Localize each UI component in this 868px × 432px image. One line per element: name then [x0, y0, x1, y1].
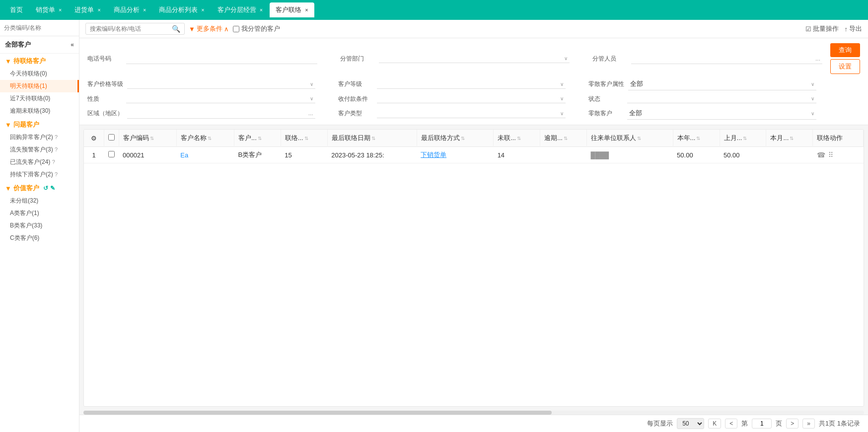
sidebar-item-ungrouped[interactable]: 未分组(32): [0, 195, 79, 207]
my-customers-check[interactable]: [233, 26, 239, 32]
filter-retail-attr: 零散客户属性 全部 ∨: [588, 78, 816, 90]
dots-icon-2[interactable]: ...: [308, 110, 313, 117]
export-icon: ↑: [845, 25, 848, 33]
col-header-customer-type[interactable]: 客户...⇅: [234, 130, 281, 147]
col-header-last-contact-date[interactable]: 最后联络日期⇅: [327, 130, 417, 147]
sidebar-item-abnormal-repurchase[interactable]: 回购异常客户(2) ?: [0, 131, 79, 144]
my-customers-checkbox[interactable]: 我分管的客户: [233, 24, 280, 33]
sidebar-item-class-b[interactable]: B类客户(33): [0, 219, 79, 232]
search-input[interactable]: [90, 25, 170, 32]
more-conditions-btn[interactable]: ▼ 更多条件 ∧: [189, 24, 229, 33]
row-select-checkbox[interactable]: [108, 151, 115, 157]
price-level-select[interactable]: ∨: [127, 80, 315, 89]
filter-icon: ▼: [189, 25, 195, 33]
sidebar-section-problem: ▼ 问题客户: [0, 117, 79, 131]
dots-icon[interactable]: ...: [815, 55, 820, 62]
dept-select[interactable]: ∨: [379, 54, 570, 63]
sidebar-item-churned[interactable]: 已流失客户(24) ?: [0, 156, 79, 168]
action-more-icon[interactable]: ⠿: [828, 151, 833, 159]
select-all-checkbox[interactable]: [108, 134, 115, 141]
customer-type-select[interactable]: ∨: [377, 109, 566, 118]
filter-region: 区域（地区） ...: [87, 108, 315, 119]
col-header-checkbox[interactable]: [104, 130, 119, 147]
chevron-down-icon-9: ∨: [811, 111, 814, 116]
row-checkbox[interactable]: [104, 147, 119, 163]
sidebar-item-declining[interactable]: 持续下滑客户(2) ?: [0, 168, 79, 181]
sort-icon-7: ⇅: [517, 136, 521, 141]
col-header-contact-count[interactable]: 联络...⇅: [281, 130, 327, 147]
col-header-overdue[interactable]: 逾期...⇅: [540, 130, 587, 147]
row-customer-type: B类客户: [234, 147, 281, 163]
page-number-input[interactable]: [752, 419, 772, 429]
sidebar-item-class-a[interactable]: A类客户(1): [0, 207, 79, 219]
col-header-settings[interactable]: ⚙: [84, 130, 104, 147]
region-select[interactable]: ...: [127, 108, 315, 119]
status-select[interactable]: ∨: [627, 94, 816, 103]
sidebar-item-class-c[interactable]: C类客户(6): [0, 232, 79, 244]
sidebar-item-today-pending[interactable]: 今天待联络(0): [0, 68, 79, 80]
person-select[interactable]: ...: [631, 54, 822, 64]
nav-close-icon[interactable]: ×: [59, 7, 62, 13]
nav-close-icon-5[interactable]: ×: [260, 7, 263, 13]
payment-select[interactable]: ∨: [377, 94, 566, 103]
row-customer-name[interactable]: Ea: [176, 147, 234, 163]
nav-close-icon-2[interactable]: ×: [97, 7, 100, 13]
retail-customer-select[interactable]: 全部 ∨: [627, 107, 816, 120]
horizontal-scrollbar[interactable]: [83, 411, 864, 415]
nav-purchase-order[interactable]: 进货单 ×: [69, 2, 106, 17]
action-phone-icon[interactable]: ☎: [817, 151, 825, 159]
sidebar-item-churn-warning[interactable]: 流失预警客户(3) ?: [0, 144, 79, 156]
sidebar-item-overdue-contact[interactable]: 逾期未联络(30): [0, 105, 79, 117]
last-page-btn[interactable]: »: [802, 419, 815, 429]
sidebar-item-7days-pending[interactable]: 近7天待联络(0): [0, 92, 79, 105]
nav-sales-order[interactable]: 销货单 ×: [30, 2, 68, 17]
phone-input[interactable]: [126, 54, 317, 64]
col-header-contact-person[interactable]: 往来单位联系人⇅: [586, 130, 673, 147]
nav-home[interactable]: 首页: [4, 2, 29, 17]
sidebar-collapse-icon[interactable]: «: [71, 41, 74, 48]
row-this-year: 50.00: [673, 147, 720, 163]
nav-close-icon-6[interactable]: ×: [305, 7, 308, 13]
reset-button[interactable]: 设置: [830, 59, 860, 74]
first-page-btn[interactable]: K: [708, 419, 721, 429]
page-size-select[interactable]: 50 20 100: [677, 418, 704, 429]
nav-product-analysis-list[interactable]: 商品分析列表 ×: [153, 2, 210, 17]
sidebar-all-customers[interactable]: 全部客户 «: [0, 36, 79, 54]
col-header-uncontacted[interactable]: 未联...⇅: [494, 130, 540, 147]
row-customer-code[interactable]: 000021: [119, 147, 176, 163]
col-header-customer-name[interactable]: 客户名称⇅: [176, 130, 234, 147]
prev-page-btn[interactable]: <: [725, 419, 737, 429]
col-header-this-month[interactable]: 本月...⇅: [766, 130, 813, 147]
customer-type-label: 客户类型: [338, 109, 373, 118]
page-label: 第: [741, 419, 748, 428]
nav-customer-stratification[interactable]: 客户分层经营 ×: [212, 2, 269, 17]
nature-select[interactable]: ∨: [126, 94, 315, 103]
query-button[interactable]: 查询: [830, 43, 860, 57]
col-header-last-contact-method[interactable]: 最后联络方式⇅: [417, 130, 493, 147]
customer-level-select[interactable]: ∨: [377, 80, 566, 89]
nav-customer-contact[interactable]: 客户联络 ×: [270, 2, 314, 17]
search-box: 🔍: [85, 23, 185, 35]
retail-attr-select[interactable]: 全部 ∨: [628, 78, 816, 90]
sidebar-item-tomorrow-pending[interactable]: 明天待联络(1): [0, 80, 79, 92]
row-num: 1: [84, 147, 104, 163]
export-btn[interactable]: ↑ 导出: [845, 24, 863, 33]
col-header-customer-code[interactable]: 客户编码⇅: [119, 130, 176, 147]
scrollbar-thumb[interactable]: [83, 411, 552, 415]
nav-close-icon-4[interactable]: ×: [201, 7, 204, 13]
nav-product-analysis[interactable]: 商品分析 ×: [108, 2, 152, 17]
batch-operation-btn[interactable]: ☑ 批量操作: [805, 24, 839, 33]
col-header-last-month[interactable]: 上月...⇅: [720, 130, 766, 147]
filter-person: 分管人员 ...: [592, 54, 822, 64]
phone-label: 电话号码: [87, 55, 122, 63]
sidebar-search-input[interactable]: [4, 24, 78, 31]
row-uncontacted: 14: [494, 147, 540, 163]
contact-method-link[interactable]: 下销货单: [421, 151, 446, 158]
col-header-this-year[interactable]: 本年...⇅: [673, 130, 720, 147]
search-icon[interactable]: 🔍: [172, 25, 180, 33]
filter-payment: 收付款条件 ∨: [338, 94, 566, 103]
row-last-contact-method[interactable]: 下销货单: [417, 147, 493, 163]
nav-close-icon-3[interactable]: ×: [143, 7, 146, 13]
next-page-btn[interactable]: >: [786, 419, 798, 429]
filter-dept: 分管部门 ∨: [340, 54, 570, 63]
